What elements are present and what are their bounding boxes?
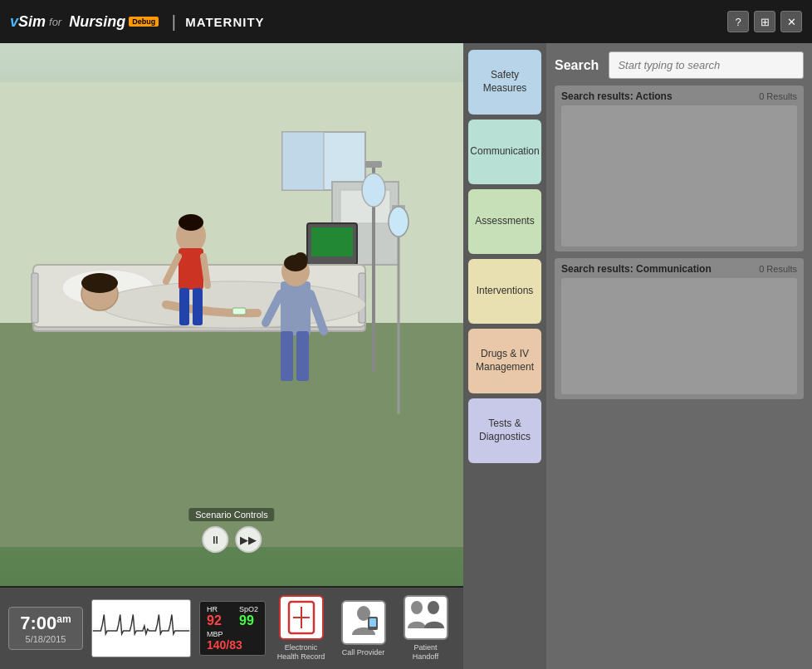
time-value: 7:00am xyxy=(17,613,74,634)
scenario-controls: Scenario Controls ⏸ ▶▶ xyxy=(188,508,274,553)
app-logo: vSim for Nursing Debug | MATERNITY xyxy=(10,12,265,32)
category-interventions[interactable]: Interventions xyxy=(468,259,541,324)
svg-rect-20 xyxy=(232,308,246,315)
search-results-actions: Search results: Actions 0 Results xyxy=(555,85,804,251)
svg-point-19 xyxy=(81,273,118,293)
status-bar: 7:00am 5/18/2015 HR 92 xyxy=(0,586,463,669)
patient-handoff-button[interactable]: PatientHandoff xyxy=(399,595,452,662)
right-panel: Safety Measures Communication Assessment… xyxy=(463,43,812,669)
ehr-label: ElectronicHealth Record xyxy=(277,643,325,662)
pause-button[interactable]: ⏸ xyxy=(202,526,228,553)
ekg-display xyxy=(91,599,191,657)
svg-rect-28 xyxy=(193,288,203,325)
debug-badge: Debug xyxy=(129,17,159,27)
results-comm-area xyxy=(561,278,797,394)
close-button[interactable]: ✕ xyxy=(780,11,802,32)
results-actions-area xyxy=(561,105,797,247)
results-actions-header: Search results: Actions 0 Results xyxy=(561,90,797,102)
svg-point-23 xyxy=(179,214,203,231)
spo2-vital: SpO2 99 xyxy=(239,605,258,628)
title-bar: vSim for Nursing Debug | MATERNITY ? ⊞ ✕ xyxy=(0,0,812,43)
category-communication[interactable]: Communication xyxy=(468,120,541,184)
patient-handoff-label: PatientHandoff xyxy=(413,643,438,662)
svg-point-49 xyxy=(428,601,439,614)
logo-divider: | xyxy=(167,12,176,32)
forward-button[interactable]: ▶▶ xyxy=(235,526,262,553)
svg-rect-36 xyxy=(296,331,309,381)
search-input-wrapper xyxy=(609,51,804,79)
scenario-label: Scenario Controls xyxy=(188,508,274,521)
svg-rect-29 xyxy=(281,281,311,335)
svg-rect-8 xyxy=(311,227,353,256)
svg-rect-10 xyxy=(365,161,382,168)
results-actions-title: Search results: Actions xyxy=(561,90,673,102)
help-button[interactable]: ? xyxy=(727,11,749,32)
category-safety-measures[interactable]: Safety Measures xyxy=(468,50,541,115)
mbp-vital: MBP 140/83 xyxy=(207,630,258,652)
grid-button[interactable]: ⊞ xyxy=(754,11,775,32)
results-actions-count: 0 Results xyxy=(759,91,797,101)
results-comm-count: 0 Results xyxy=(759,264,797,274)
title-controls: ? ⊞ ✕ xyxy=(727,11,802,32)
svg-point-32 xyxy=(294,252,307,266)
category-assessments[interactable]: Assessments xyxy=(468,189,541,254)
search-results-communication: Search results: Communication 0 Results xyxy=(555,258,804,399)
svg-rect-14 xyxy=(32,273,38,323)
time-display: 7:00am 5/18/2015 xyxy=(8,607,83,650)
svg-point-39 xyxy=(389,207,408,237)
svg-point-48 xyxy=(411,601,423,614)
logo-for: for xyxy=(49,16,61,28)
search-panel: Search Search results: Actions 0 Results… xyxy=(546,43,812,669)
svg-point-11 xyxy=(362,173,385,207)
category-drugs-iv[interactable]: Drugs & IV Management xyxy=(468,329,541,393)
hr-vital: HR 92 xyxy=(207,605,222,628)
logo-maternity: MATERNITY xyxy=(181,15,265,29)
results-comm-header: Search results: Communication 0 Results xyxy=(561,263,797,275)
vitals-display: HR 92 SpO2 99 MBP 140/83 xyxy=(199,601,266,657)
3d-scene: Scenario Controls ⏸ ▶▶ xyxy=(0,43,463,586)
search-input[interactable] xyxy=(609,51,804,79)
logo-vsim: vSim xyxy=(10,13,46,31)
hospital-scene-svg xyxy=(0,43,463,586)
svg-rect-35 xyxy=(281,331,293,381)
ekg-waveform xyxy=(92,600,190,657)
svg-rect-4 xyxy=(282,132,324,190)
logo-nursing: Nursing xyxy=(65,13,125,31)
call-provider-button[interactable]: Call Provider xyxy=(336,600,390,657)
category-sidebar: Safety Measures Communication Assessment… xyxy=(463,43,546,669)
search-title: Search xyxy=(555,58,599,73)
svg-point-17 xyxy=(100,281,365,328)
svg-rect-47 xyxy=(369,618,376,627)
simulation-area: Scenario Controls ⏸ ▶▶ 7:00am 5/18/2015 xyxy=(0,43,463,669)
ehr-button[interactable]: ElectronicHealth Record xyxy=(274,595,328,662)
date-value: 5/18/2015 xyxy=(17,634,74,644)
scenario-buttons: ⏸ ▶▶ xyxy=(202,526,262,553)
svg-rect-27 xyxy=(179,288,189,325)
main-content: Scenario Controls ⏸ ▶▶ 7:00am 5/18/2015 xyxy=(0,43,812,669)
svg-rect-24 xyxy=(179,248,203,290)
call-provider-label: Call Provider xyxy=(342,648,385,657)
results-comm-title: Search results: Communication xyxy=(561,263,712,275)
category-tests-diagnostics[interactable]: Tests & Diagnostics xyxy=(468,398,541,463)
svg-line-26 xyxy=(203,256,208,286)
search-header: Search xyxy=(555,51,804,79)
